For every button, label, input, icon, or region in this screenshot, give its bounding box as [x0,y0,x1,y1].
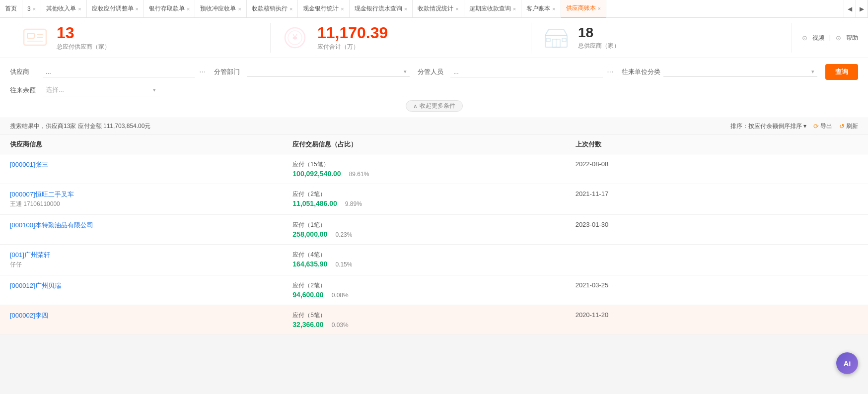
tx-percent: 0.23% [335,231,352,238]
nav-tab-other-income-label: 其他收入单 [46,4,76,13]
nav-tab-cash-bank-query-label: 现金银行流水查询 [355,4,402,13]
close-icon[interactable]: × [136,6,139,12]
supplier-link[interactable]: [001]广州荣轩 [10,251,50,259]
balance-select[interactable]: 选择... ▾ [43,84,159,96]
export-button[interactable]: ⟳ 导出 [813,122,832,131]
nav-tab-customer-ledger-label: 客户账本 [526,4,550,13]
nav-tab-prepay-ar[interactable]: 预收冲应收单 × [195,0,246,18]
filter-dept: 分管部门 ▾ [214,67,410,77]
supplier-link[interactable]: [000002]李四 [10,312,48,319]
supplier-link[interactable]: [000012]广州贝瑞 [10,282,61,289]
sort-link[interactable]: 排序：按应付余额倒序排序 ▾ [730,122,806,131]
close-icon[interactable]: × [289,6,292,12]
close-icon[interactable]: × [33,6,36,12]
video-link[interactable]: 视频 [812,34,824,42]
query-button[interactable]: 查询 [825,64,858,80]
table-header: 供应商信息 应付交易信息（占比） 上次付数 [0,135,868,154]
unit-type-filter-label: 往来单位分类 [622,67,660,76]
supplier-info-cell: [001]广州荣轩 仔仔 [10,251,292,269]
nav-tab-overdue-ar[interactable]: 超期应收款查询 × [464,0,521,18]
nav-tab-cash-bank-query[interactable]: 现金银行流水查询 × [350,0,413,18]
nav-tab-cash-bank-stat-label: 现金银行统计 [303,4,339,13]
person-dots-icon[interactable]: ··· [607,67,613,76]
close-icon[interactable]: × [455,6,458,12]
tx-row: 164,635.90 0.15% [292,259,575,268]
result-bar: 搜索结果中，供应商13家 应付金额 111,703,854.00元 排序：按应付… [0,118,868,135]
supplier-info-cell: [000100]本特勤油品有限公司 [10,221,292,230]
nav-tab-ar-ap-adjust[interactable]: 应收应付调整单 × [87,0,144,18]
store-icon [541,23,571,53]
last-pay-date: 2022-08-08 [576,160,609,168]
supplier-input[interactable] [43,66,195,77]
tx-info-cell: 应付（2笔） 11,051,486.00 9.89% [292,190,575,207]
supplier-dots-icon[interactable]: ··· [199,67,206,76]
nav-tab-home[interactable]: 首页 [0,0,22,18]
refresh-button[interactable]: ↺ 刷新 [839,122,858,131]
tx-row: 258,000.00 0.23% [292,229,575,238]
chevron-down-icon: ▾ [811,68,814,75]
unit-type-select[interactable]: ▾ [663,67,818,77]
supplier-info-cell: [000001]张三 [10,160,292,169]
nav-tab-receipt-verify[interactable]: 收款核销执行 × [247,0,298,18]
nav-tab-3[interactable]: 3 × [22,0,41,18]
summary-card-2-text: 11,170.39 应付合计（万） [317,24,388,51]
person-input[interactable] [450,66,603,77]
nav-arrow-right[interactable]: ▶ [856,0,868,18]
nav-tab-cash-bank-stat[interactable]: 现金银行统计 × [298,0,349,18]
table-row: [000001]张三 应付（15笔） 100,092,540.00 89.61%… [0,154,868,184]
table-row: [001]广州荣轩 仔仔 应付（4笔） 164,635.90 0.15% [0,245,868,275]
close-icon[interactable]: × [598,5,601,11]
summary-num-2: 11,170.39 [317,24,388,42]
close-icon[interactable]: × [78,6,81,12]
nav-tab-customer-ledger[interactable]: 客户账本 × [521,0,561,18]
sort-arrow-icon: ▾ [803,123,806,130]
sort-label: 排序：按应付余额倒序排序 [730,123,802,130]
last-pay-cell: 2021-11-17 [576,190,858,197]
nav-tab-bank-deposit[interactable]: 银行存取款单 × [144,0,195,18]
tx-row: 32,366.00 0.03% [292,320,575,328]
nav-tab-supplier-ledger[interactable]: 供应商账本 × [561,0,606,18]
close-icon[interactable]: × [238,6,241,12]
nav-tab-receipt-verify-label: 收款核销执行 [252,4,288,13]
summary-card-payable: ¥ 11,170.39 应付合计（万） [271,23,531,53]
nav-tab-receipt-stat[interactable]: 收款情况统计 × [413,0,464,18]
supplier-link[interactable]: [000100]本特勤油品有限公司 [10,221,93,229]
tx-amount: 94,600.00 [292,291,323,299]
table-row: [000002]李四 应付（5笔） 32,366.00 0.03% 2020-1… [0,305,868,335]
table-row: [000100]本特勤油品有限公司 应付（1笔） 258,000.00 0.23… [0,215,868,245]
tx-label: 应付（2笔） [292,190,575,198]
last-pay-date: 2021-03-25 [576,281,609,289]
supplier-link[interactable]: [000001]张三 [10,161,48,168]
filter-area: 供应商 ··· 分管部门 ▾ 分管人员 ··· 往来单位分类 ▾ 查询 [0,58,868,118]
close-icon[interactable]: × [187,6,190,12]
summary-label-1: 总应付供应商（家） [57,43,110,51]
col-header-supplier: 供应商信息 [10,140,292,149]
supplier-sub: 仔仔 [10,261,292,269]
refresh-label: 刷新 [846,122,858,131]
tx-info-cell: 应付（1笔） 258,000.00 0.23% [292,221,575,238]
summary-card-suppliers: 13 总应付供应商（家） [10,23,271,53]
tx-label: 应付（5笔） [292,311,575,320]
tx-info-cell: 应付（4笔） 164,635.90 0.15% [292,251,575,268]
close-icon[interactable]: × [341,6,344,12]
close-icon[interactable]: × [552,6,555,12]
help-link[interactable]: 帮助 [846,34,858,42]
close-icon[interactable]: × [404,6,407,12]
dept-filter-label: 分管部门 [214,67,244,76]
dept-select[interactable]: ▾ [247,67,410,77]
supplier-sub: 王通 17106110000 [10,200,292,208]
tx-amount: 11,051,486.00 [292,199,337,207]
nav-tab-other-income[interactable]: 其他收入单 × [41,0,86,18]
supplier-link[interactable]: [000007]恒旺二手叉车 [10,191,74,198]
nav-arrow-left[interactable]: ◀ [844,0,856,18]
summary-card-total-suppliers: 18 总供应商（家） [531,23,792,53]
collapse-button[interactable]: ∧ 收起更多条件 [406,100,463,112]
last-pay-cell: 2020-11-20 [576,311,858,319]
supplier-icon [20,23,50,53]
tx-label: 应付（15笔） [292,160,575,169]
close-icon[interactable]: × [513,6,516,12]
nav-arrows: ◀ ▶ [844,0,868,18]
refresh-icon: ↺ [839,123,845,130]
tx-amount: 164,635.90 [292,260,327,268]
tx-amount: 100,092,540.00 [292,170,341,178]
